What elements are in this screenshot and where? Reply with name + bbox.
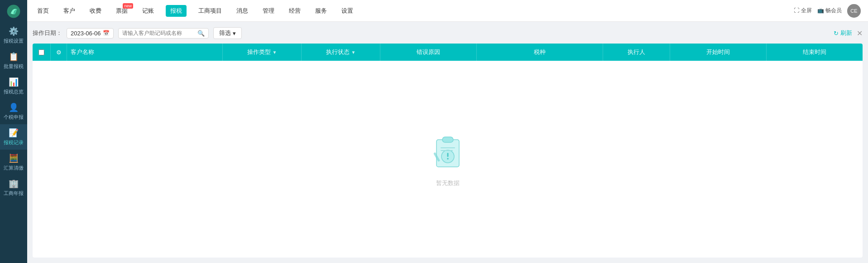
date-label: 操作日期：: [33, 29, 62, 37]
fullscreen-icon: ⛶: [794, 7, 799, 14]
nav-shezhi[interactable]: 设置: [339, 5, 356, 17]
close-button[interactable]: ✕: [857, 29, 863, 38]
sidebar-item-baoshui-jilu[interactable]: 📝 报税记录: [0, 124, 27, 150]
sidebar-item-label: 报税设置: [4, 38, 24, 44]
nav-guanli[interactable]: 管理: [260, 5, 277, 17]
sidebar-item-geshuishenbao[interactable]: 👤 个税申报: [0, 99, 27, 124]
sort-icon: ▼: [273, 50, 277, 55]
nav-clients[interactable]: 客户: [61, 5, 78, 17]
sidebar-item-label: 工商年报: [4, 190, 24, 197]
fullscreen-btn[interactable]: ⛶ 全屏: [794, 7, 811, 15]
refresh-button[interactable]: ↻ 刷新: [834, 29, 852, 37]
content-area: 操作日期： 2023-06-06 📅 🔍 筛选 ▾ ↻ 刷新 ✕: [27, 22, 868, 263]
sidebar-item-label: 批量报税: [4, 63, 24, 70]
search-icon[interactable]: 🔍: [197, 30, 205, 37]
member-btn[interactable]: 📺 畅会员: [817, 7, 842, 15]
new-badge: new: [123, 3, 133, 9]
th-checkbox: [33, 44, 51, 61]
nav-baoshui[interactable]: 报税: [166, 5, 187, 17]
sidebar-item-label: 报税记录: [4, 139, 24, 146]
date-value: 2023-06-06: [71, 30, 101, 37]
nav-home[interactable]: 首页: [34, 5, 52, 17]
sidebar: ⚙️ 报税设置 📋 批量报税 📊 报税总览 👤 个税申报 📝 报税记录 🧮 汇算…: [0, 0, 27, 263]
sidebar-item-baoshui-shezhi[interactable]: ⚙️ 报税设置: [0, 23, 27, 48]
member-icon: 📺: [817, 7, 824, 14]
empty-text: 暂无数据: [436, 179, 460, 187]
table-header: ⚙ 客户名称 操作类型 ▼ 执行状态 ▼ 错误原因 税种: [33, 44, 863, 61]
piliang-baoshui-icon: 📋: [9, 52, 19, 62]
logo: [0, 0, 27, 23]
baoshui-jilu-icon: 📝: [9, 128, 19, 138]
sidebar-item-label: 个税申报: [4, 114, 24, 121]
nav-jingying[interactable]: 经营: [286, 5, 303, 17]
topnav-right: ⛶ 全屏 📺 畅会员 CE: [794, 4, 861, 18]
date-picker[interactable]: 2023-06-06 📅: [67, 28, 114, 39]
toolbar: 操作日期： 2023-06-06 📅 🔍 筛选 ▾ ↻ 刷新 ✕: [33, 27, 863, 39]
search-box: 🔍: [118, 28, 209, 39]
select-all-checkbox[interactable]: [38, 49, 44, 55]
nav-jizhang[interactable]: 记账: [139, 5, 157, 17]
chevron-down-icon: ▾: [233, 30, 236, 37]
empty-illustration: [430, 132, 466, 174]
th-tax-type: 税种: [477, 44, 603, 61]
sidebar-item-piliang-baoshui[interactable]: 📋 批量报税: [0, 48, 27, 73]
table-container: ⚙ 客户名称 操作类型 ▼ 执行状态 ▼ 错误原因 税种: [33, 44, 863, 258]
sidebar-item-label: 报税总览: [4, 88, 24, 95]
baoshui-shezhi-icon: ⚙️: [9, 26, 19, 36]
svg-rect-4: [442, 137, 453, 142]
th-op-type[interactable]: 操作类型 ▼: [223, 44, 302, 61]
geshuishenbao-icon: 👤: [9, 102, 19, 112]
th-client-name: 客户名称: [67, 44, 223, 61]
svg-point-7: [447, 158, 449, 160]
table-body: 暂无数据: [33, 61, 863, 258]
sidebar-item-gongshang-nianbao[interactable]: 🏢 工商年报: [0, 175, 27, 200]
avatar[interactable]: CE: [847, 4, 861, 18]
column-setting-icon[interactable]: ⚙: [56, 49, 62, 56]
svg-rect-6: [447, 153, 448, 157]
top-nav: 首页 客户 收费 票据 new 记账 报税 工商项目 消息 管理 经营 服务 设…: [27, 0, 868, 22]
calendar-icon: 📅: [103, 30, 110, 36]
baoshui-zonlan-icon: 📊: [9, 77, 19, 87]
th-end-time: 结束时间: [767, 44, 863, 61]
th-executor: 执行人: [603, 44, 670, 61]
th-error-reason: 错误原因: [380, 44, 477, 61]
filter-button[interactable]: 筛选 ▾: [213, 27, 242, 39]
th-start-time: 开始时间: [670, 44, 767, 61]
sidebar-item-huisuan-jiaona[interactable]: 🧮 汇算清缴: [0, 150, 27, 175]
nav-gongshang[interactable]: 工商项目: [196, 5, 225, 17]
nav-xiaoxi[interactable]: 消息: [234, 5, 251, 17]
refresh-icon: ↻: [834, 30, 839, 37]
gongshang-nianbao-icon: 🏢: [9, 179, 19, 189]
nav-piao[interactable]: 票据 new: [113, 5, 130, 17]
sidebar-item-baoshui-zonlan[interactable]: 📊 报税总览: [0, 73, 27, 99]
huisuan-icon: 🧮: [9, 153, 19, 163]
search-input[interactable]: [122, 30, 197, 36]
sort-icon: ▼: [351, 50, 356, 55]
main-area: 首页 客户 收费 票据 new 记账 报税 工商项目 消息 管理 经营 服务 设…: [27, 0, 868, 263]
th-setting: ⚙: [51, 44, 67, 61]
svg-text:CE: CE: [850, 8, 857, 14]
toolbar-right: ↻ 刷新 ✕: [834, 29, 863, 38]
nav-shoufei[interactable]: 收费: [87, 5, 104, 17]
sidebar-item-label: 汇算清缴: [4, 165, 24, 171]
th-exec-status[interactable]: 执行状态 ▼: [302, 44, 380, 61]
nav-fuwu[interactable]: 服务: [312, 5, 330, 17]
